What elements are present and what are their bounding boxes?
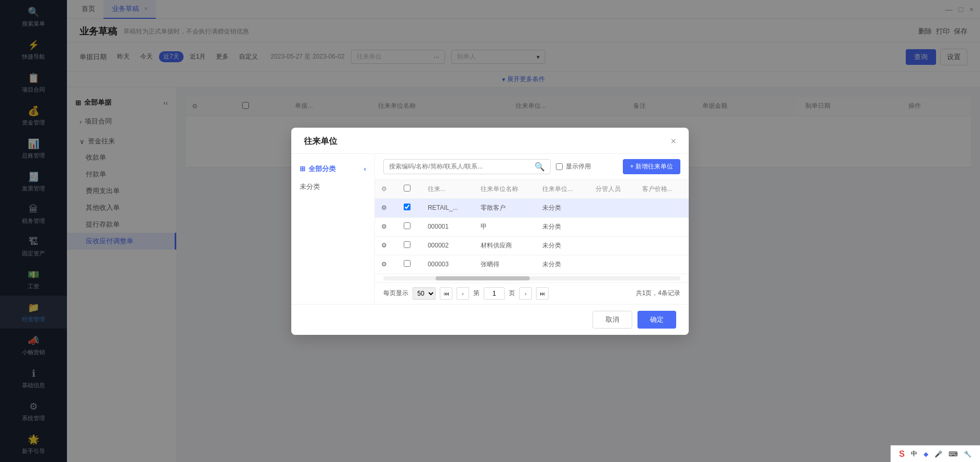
dth-name[interactable]: 往来单位名称: [474, 180, 537, 199]
dialog-scrollbar[interactable]: [383, 276, 680, 280]
row-assigned: [589, 255, 636, 274]
dialog-collapse-icon[interactable]: ‹: [364, 165, 366, 173]
show-inactive-checkbox[interactable]: [556, 163, 563, 170]
row-settings: ⚙: [375, 236, 397, 255]
add-partner-button[interactable]: + 新增往来单位: [623, 159, 680, 174]
row-assigned: [589, 198, 636, 217]
mic-icon[interactable]: 🎤: [935, 450, 942, 458]
row-code: 000001: [421, 217, 474, 236]
dth-settings: ⚙: [375, 180, 397, 199]
table-row[interactable]: ⚙ 000003 张晒得 未分类: [375, 255, 689, 274]
row-price: [636, 217, 689, 236]
row-code: 000003: [421, 255, 474, 274]
ime-zh-icon[interactable]: 中: [911, 449, 917, 458]
row-select-checkbox[interactable]: [404, 260, 411, 267]
dialog-footer: 取消 确定: [291, 304, 689, 335]
row-category: 未分类: [536, 217, 589, 236]
keyboard-icon[interactable]: ⌨: [949, 450, 958, 458]
row-assigned: [589, 236, 636, 255]
dialog-pagination: 每页显示 50 ⏮ ‹ 第 页 › ⏭ 共1页，4条记录: [375, 283, 689, 304]
dth-checkbox: [397, 180, 421, 199]
row-price: [636, 236, 689, 255]
cancel-button[interactable]: 取消: [592, 311, 632, 329]
next-page-btn[interactable]: ›: [519, 287, 532, 300]
bottom-statusbar: S 中 ◆ 🎤 ⌨ 🔧: [891, 445, 980, 462]
dialog-header: 往来单位 ×: [291, 128, 689, 154]
row-select-checkbox[interactable]: [404, 241, 411, 248]
table-row[interactable]: ⚙ RETAIL_... 零散客户 未分类: [375, 198, 689, 217]
total-info: 共1页，4条记录: [636, 289, 680, 298]
dialog-scrollbar-thumb[interactable]: [436, 276, 530, 280]
first-page-btn[interactable]: ⏮: [440, 287, 452, 300]
row-name: 张晒得: [474, 255, 537, 274]
row-name: 甲: [474, 217, 537, 236]
row-assigned: [589, 217, 636, 236]
row-settings: ⚙: [375, 255, 397, 274]
row-category: 未分类: [536, 236, 589, 255]
partner-dialog: 往来单位 × ⊞ 全部分类 ‹ 未分类: [291, 128, 689, 335]
dialog-table-header: ⚙ 往来... 往来单位名称 往来单位... 分管人员 客户价格...: [375, 180, 689, 199]
last-page-btn[interactable]: ⏭: [536, 287, 549, 300]
row-category: 未分类: [536, 255, 589, 274]
dialog-right-panel: 🔍 显示停用 + 新增往来单位 ⚙: [375, 154, 689, 304]
dialog-search-box[interactable]: 🔍: [383, 159, 551, 174]
row-select-checkbox[interactable]: [404, 204, 411, 210]
row-price: [636, 198, 689, 217]
page-suffix: 页: [509, 289, 515, 298]
row-settings-icon: ⚙: [381, 261, 387, 268]
confirm-button[interactable]: 确定: [637, 311, 676, 329]
search-icon: 🔍: [534, 162, 545, 172]
row-checkbox[interactable]: [397, 255, 421, 274]
row-checkbox[interactable]: [397, 217, 421, 236]
page-prefix: 第: [473, 289, 480, 298]
row-name: 零散客户: [474, 198, 537, 217]
row-code: 000002: [421, 236, 474, 255]
diamond-icon: ◆: [924, 450, 928, 458]
dialog-category-unclassified[interactable]: 未分类: [291, 178, 374, 196]
row-code: RETAIL_...: [421, 198, 474, 217]
row-settings: ⚙: [375, 217, 397, 236]
row-checkbox[interactable]: [397, 236, 421, 255]
dialog-search-input[interactable]: [389, 163, 531, 170]
tools-icon[interactable]: 🔧: [964, 450, 972, 458]
dth-code[interactable]: 往来...: [421, 180, 474, 199]
show-inactive-toggle[interactable]: 显示停用: [556, 162, 591, 171]
logo-s-icon: S: [899, 449, 905, 459]
dialog-partner-table: ⚙ 往来... 往来单位名称 往来单位... 分管人员 客户价格... ⚙: [375, 180, 689, 274]
page-number-input[interactable]: [484, 287, 505, 300]
row-name: 材料供应商: [474, 236, 537, 255]
dth-category[interactable]: 往来单位...: [536, 180, 589, 199]
dialog-settings-icon[interactable]: ⚙: [381, 185, 387, 193]
row-settings-icon: ⚙: [381, 223, 387, 230]
row-price: [636, 255, 689, 274]
dialog-select-all[interactable]: [404, 185, 411, 191]
dialog-close-icon[interactable]: ×: [670, 137, 676, 146]
row-select-checkbox[interactable]: [404, 222, 411, 229]
prev-page-btn[interactable]: ‹: [457, 287, 469, 300]
dth-price[interactable]: 客户价格...: [636, 180, 689, 199]
row-category: 未分类: [536, 198, 589, 217]
unclassified-label: 未分类: [300, 183, 320, 190]
row-checkbox[interactable]: [397, 198, 421, 217]
dialog-title: 往来单位: [304, 136, 337, 147]
per-page-select[interactable]: 50: [413, 287, 436, 300]
grid-icon2: ⊞: [300, 165, 305, 173]
dialog-all-category-label: 全部分类: [309, 164, 336, 174]
dialog-body: ⊞ 全部分类 ‹ 未分类 🔍 显示停用: [291, 154, 689, 304]
table-row[interactable]: ⚙ 000001 甲 未分类: [375, 217, 689, 236]
table-row[interactable]: ⚙ 000002 材料供应商 未分类: [375, 236, 689, 255]
dialog-left-panel: ⊞ 全部分类 ‹ 未分类: [291, 154, 375, 304]
show-inactive-label: 显示停用: [566, 162, 591, 171]
row-settings-icon: ⚙: [381, 204, 387, 211]
dialog-search-toolbar: 🔍 显示停用 + 新增往来单位: [375, 154, 689, 180]
per-page-label: 每页显示: [383, 289, 408, 298]
row-settings: ⚙: [375, 198, 397, 217]
row-settings-icon: ⚙: [381, 242, 387, 249]
dialog-category-all[interactable]: ⊞ 全部分类 ‹: [291, 160, 374, 178]
modal-overlay: 往来单位 × ⊞ 全部分类 ‹ 未分类: [0, 0, 980, 462]
dth-assigned[interactable]: 分管人员: [589, 180, 636, 199]
